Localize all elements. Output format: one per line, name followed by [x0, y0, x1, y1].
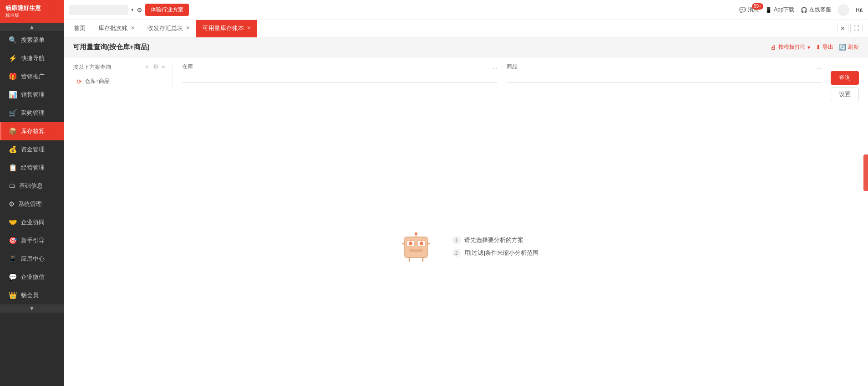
tip-item-1: 1 请先选择要分析的方案 — [452, 236, 538, 244]
sidebar-item-purchase[interactable]: 🛒 采购管理 — [0, 104, 64, 122]
print-dropdown-icon: ▾ — [807, 44, 810, 51]
empty-tips: 1 请先选择要分析的方案 2 用[过滤]条件来缩小分析范围 — [452, 236, 538, 257]
tab-batch-account[interactable]: 库存批次账 ✕ — [92, 20, 141, 37]
user-name: Rit — [856, 7, 863, 13]
sidebar-item-label: 新手引导 — [21, 237, 45, 245]
sidebar-item-operation[interactable]: 📋 经营管理 — [0, 159, 64, 177]
tab-collection-account-label: 收发存汇总表 — [147, 24, 183, 32]
print-action[interactable]: 🖨 按模板打印 ▾ — [771, 43, 810, 51]
guide-icon: 🎯 — [9, 237, 17, 245]
app-download-label: App下载 — [774, 6, 794, 14]
search-input[interactable] — [69, 5, 128, 15]
warehouse-label-text: 仓库 — [182, 63, 193, 71]
product-more[interactable]: ... — [817, 64, 822, 70]
scheme-option-label: 仓库+商品 — [85, 77, 110, 85]
sidebar-item-finance[interactable]: 💰 资金管理 — [0, 140, 64, 159]
message-badge: 99+ — [752, 3, 763, 10]
print-icon: 🖨 — [771, 44, 777, 51]
sidebar-item-quick-nav[interactable]: ⚡ 快捷导航 — [0, 49, 64, 67]
scheme-option-icon: ⟳ — [76, 78, 82, 85]
message-icon: 💬 — [739, 7, 746, 13]
sidebar-item-sales[interactable]: 📊 销售管理 — [0, 86, 64, 104]
member-icon: 👑 — [9, 291, 17, 299]
sidebar-item-label: 企业协同 — [21, 218, 45, 226]
tip-num-1: 1 — [452, 236, 461, 244]
sidebar-scroll-up[interactable]: ▲ — [0, 23, 64, 31]
sidebar-item-wechat[interactable]: 💬 企业微信 — [0, 268, 64, 286]
topbar: ▾ ⚙ 体验行业方案 💬 消息 99+ 📱 App下载 🎧 在线客服 Rit — [64, 0, 868, 20]
tab-collection-account[interactable]: 收发存汇总表 ✕ — [141, 20, 196, 37]
tab-available-stock-close[interactable]: ✕ — [247, 25, 251, 31]
sidebar-item-inventory[interactable]: 📦 库存核算 — [0, 122, 64, 140]
headset-icon: 🎧 — [801, 7, 807, 13]
warehouse-label: 仓库 ... — [182, 63, 497, 71]
topbar-right: 💬 消息 99+ 📱 App下载 🎧 在线客服 Rit — [739, 4, 863, 16]
operation-icon: 📋 — [9, 164, 17, 172]
topbar-left: ▾ ⚙ 体验行业方案 — [69, 4, 736, 16]
svg-rect-0 — [405, 237, 427, 257]
warehouse-more[interactable]: ... — [492, 64, 497, 70]
tab-home-label: 首页 — [74, 24, 86, 32]
query-button[interactable]: 查询 — [831, 71, 859, 85]
sidebar-item-system[interactable]: ⚙ 系统管理 — [0, 195, 64, 213]
svg-point-3 — [409, 242, 412, 245]
sidebar-item-member[interactable]: 👑 畅会员 — [0, 286, 64, 304]
sidebar-item-label: 应用中心 — [21, 255, 45, 263]
close-tab-btn[interactable]: ✕ — [837, 24, 848, 33]
gear-icon[interactable]: ⚙ — [137, 6, 142, 14]
expand-tab-btn[interactable]: ⛶ — [850, 24, 863, 33]
warehouse-input[interactable] — [182, 72, 497, 83]
tip-text-2: 用[过滤]条件来缩小分析范围 — [464, 249, 538, 257]
product-field: 商品 ... — [507, 63, 822, 83]
export-action[interactable]: ⬇ 导出 — [816, 43, 833, 51]
sidebar-item-guide[interactable]: 🎯 新手引导 — [0, 232, 64, 250]
page-header-actions: 🖨 按模板打印 ▾ ⬇ 导出 🔄 刷新 — [771, 43, 859, 51]
tab-batch-account-close[interactable]: ✕ — [131, 25, 135, 31]
message-wrap[interactable]: 💬 消息 99+ — [739, 6, 759, 14]
tab-available-stock[interactable]: 可用量库存账本 ✕ — [196, 20, 257, 37]
sidebar-logo: 畅康通好生意 标准版 — [0, 0, 64, 23]
collapse-scheme-icon[interactable]: « — [162, 63, 165, 71]
sidebar-item-app-center[interactable]: 📱 应用中心 — [0, 250, 64, 268]
inventory-icon: 📦 — [9, 127, 17, 135]
online-service-wrap[interactable]: 🎧 在线客服 — [801, 6, 831, 14]
sidebar-item-search[interactable]: 🔍 搜索菜单 — [0, 31, 64, 49]
product-input[interactable] — [507, 72, 822, 83]
sidebar-item-label: 销售管理 — [21, 91, 45, 99]
add-scheme-icon[interactable]: ＋ — [144, 63, 150, 71]
industry-btn[interactable]: 体验行业方案 — [145, 4, 189, 16]
sidebar-item-cooperation[interactable]: 🤝 企业协同 — [0, 213, 64, 232]
filter-scheme-label: 按以下方案查询 ＋ ⚙ « — [73, 63, 165, 71]
tabs-right: ✕ ⛶ — [837, 24, 864, 33]
settings-button[interactable]: 设置 — [831, 87, 859, 101]
tip-num-2: 2 — [452, 249, 461, 257]
scheme-label-text: 按以下方案查询 — [73, 63, 111, 71]
scheme-option-warehouse-product[interactable]: ⟳ 仓库+商品 — [73, 75, 165, 88]
sidebar-item-marketing[interactable]: 🎁 营销推广 — [0, 67, 64, 86]
settings-scheme-icon[interactable]: ⚙ — [153, 63, 159, 71]
purchase-icon: 🛒 — [9, 109, 17, 117]
product-label-text: 商品 — [507, 63, 518, 71]
sidebar-scroll-down[interactable]: ▼ — [0, 304, 64, 313]
logo-sub: 标准版 — [5, 12, 58, 18]
dropdown-icon[interactable]: ▾ — [131, 7, 134, 13]
tab-collection-account-close[interactable]: ✕ — [186, 25, 190, 31]
refresh-icon: 🔄 — [839, 44, 846, 51]
online-service-label: 在线客服 — [809, 6, 831, 14]
empty-state: 1 请先选择要分析的方案 2 用[过滤]条件来缩小分析范围 — [64, 107, 868, 386]
refresh-action[interactable]: 🔄 刷新 — [839, 43, 859, 51]
app-download-wrap[interactable]: 📱 App下载 — [765, 6, 794, 14]
page-header: 可用量查询(按仓库+商品) 🖨 按模板打印 ▾ ⬇ 导出 🔄 刷新 — [64, 37, 868, 57]
logo-name: 畅康通好生意 — [5, 5, 58, 12]
export-icon: ⬇ — [816, 44, 821, 51]
sidebar-item-label: 畅会员 — [21, 291, 39, 299]
avatar — [838, 4, 849, 16]
warehouse-field: 仓库 ... — [182, 63, 497, 83]
sidebar-item-label: 库存核算 — [21, 127, 45, 135]
sidebar-item-label: 资金管理 — [21, 145, 45, 154]
tabs-bar: 首页 库存批次账 ✕ 收发存汇总表 ✕ 可用量库存账本 ✕ ✕ ⛶ — [64, 20, 868, 37]
tab-home[interactable]: 首页 — [67, 20, 92, 37]
svg-rect-5 — [409, 249, 423, 252]
sidebar-item-basic[interactable]: 🗂 基础信息 — [0, 177, 64, 195]
page-title: 可用量查询(按仓库+商品) — [73, 43, 150, 51]
